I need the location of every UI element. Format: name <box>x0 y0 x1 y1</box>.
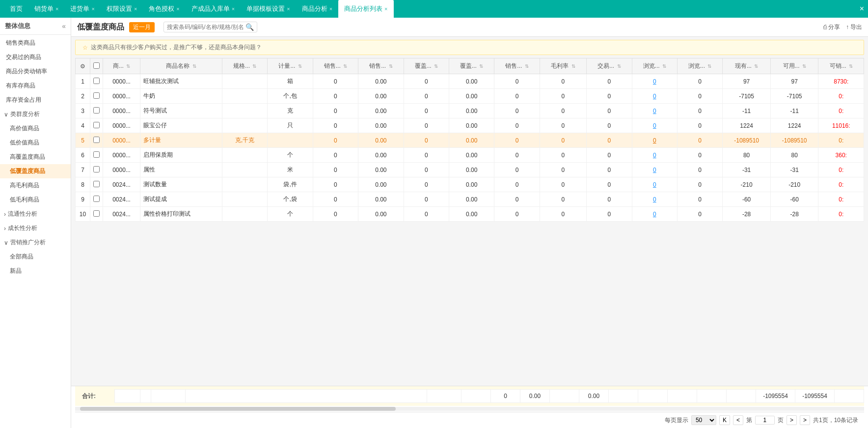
th-sales-amt[interactable]: 销售... ⇅ <box>358 58 404 74</box>
chevron-right-icon: › <box>4 211 6 218</box>
next-page-button[interactable]: > <box>787 415 797 425</box>
page-number-input[interactable] <box>755 416 775 425</box>
sidebar-item-low-coverage[interactable]: 低覆盖度商品 <box>0 164 71 178</box>
window-close-button[interactable]: × <box>860 4 864 13</box>
row-spec <box>222 148 267 163</box>
tab-sales-order[interactable]: 销货单 × <box>28 0 64 18</box>
row-number: 5 <box>76 133 90 148</box>
row-select-checkbox[interactable] <box>93 122 100 128</box>
th-sellable[interactable]: 可销... ⇅ <box>818 58 864 74</box>
th-sales3[interactable]: 销售... ⇅ <box>494 58 540 74</box>
row-browse2: 0 <box>677 192 722 207</box>
row-browse1: 0 <box>632 207 677 222</box>
sidebar-group-liquidity[interactable]: › 流通性分析 <box>0 207 71 221</box>
row-gross-margin: 0 <box>540 148 586 163</box>
row-select-checkbox[interactable] <box>93 196 100 202</box>
sidebar-item-high-margin[interactable]: 高毛利商品 <box>0 178 71 193</box>
row-name: 测试提成 <box>140 192 222 207</box>
row-browse2: 0 <box>677 163 722 177</box>
row-available: 1224 <box>770 118 818 133</box>
sidebar-group-category-analysis[interactable]: ∨ 类群度分析 <box>0 107 71 121</box>
row-trade: 0 <box>587 89 632 104</box>
th-checkbox <box>90 58 103 74</box>
row-select-checkbox[interactable] <box>93 92 100 99</box>
tab-product-analysis-list[interactable]: 商品分析列表 × <box>338 0 393 18</box>
row-browse1: 0 <box>632 192 677 207</box>
sidebar-item-high-value[interactable]: 高价值商品 <box>0 121 71 136</box>
sidebar-collapse-button[interactable]: « <box>62 22 66 30</box>
data-table: ⚙ 商... ⇅ 商品名称 ⇅ 规格... ⇅ 计量... ⇅ 销售... ⇅ … <box>75 58 864 222</box>
th-gross-margin[interactable]: 毛利率 ⇅ <box>540 58 586 74</box>
tab-purchase-order[interactable]: 进货单 × <box>64 0 100 18</box>
row-spec <box>222 192 267 207</box>
table-row: 30000...符号测试克00.0000.0000000-11-110: <box>76 104 864 118</box>
sidebar-item-traded-goods[interactable]: 交易过的商品 <box>0 50 71 64</box>
sidebar-item-all-goods[interactable]: 全部商品 <box>0 250 71 264</box>
th-sales-qty[interactable]: 销售... ⇅ <box>313 58 358 74</box>
row-current-stock: 80 <box>723 148 771 163</box>
row-unit: 个 <box>268 207 313 222</box>
sidebar-item-category-turnover[interactable]: 商品分类动销率 <box>0 64 71 79</box>
row-select-checkbox[interactable] <box>93 181 100 187</box>
sidebar-group-growth[interactable]: › 成长性分析 <box>0 221 71 235</box>
sidebar-item-high-coverage[interactable]: 高覆盖度商品 <box>0 150 71 164</box>
row-number: 3 <box>76 104 90 118</box>
tab-home[interactable]: 首页 <box>4 0 28 18</box>
th-browse2[interactable]: 浏览... ⇅ <box>677 58 722 74</box>
sidebar-item-low-margin[interactable]: 低毛利商品 <box>0 193 71 207</box>
sidebar-item-low-value[interactable]: 低价值商品 <box>0 136 71 150</box>
sidebar-item-sales-goods[interactable]: 销售类商品 <box>0 36 71 50</box>
th-cover2[interactable]: 覆盖... ⇅ <box>449 58 494 74</box>
row-select-checkbox[interactable] <box>93 78 100 84</box>
row-code: 0000... <box>103 148 140 163</box>
tab-permission-settings[interactable]: 权限设置 × <box>101 0 143 18</box>
filter-button[interactable]: 近一月 <box>129 22 155 32</box>
th-current-stock[interactable]: 现有... ⇅ <box>723 58 771 74</box>
tab-product-analysis[interactable]: 商品分析 × <box>296 0 338 18</box>
last-page-button[interactable]: > <box>800 415 810 425</box>
sidebar-item-in-stock[interactable]: 有库存商品 <box>0 79 71 93</box>
search-icon[interactable]: 🔍 <box>245 23 254 31</box>
close-icon[interactable]: × <box>134 0 137 18</box>
th-unit[interactable]: 计量... ⇅ <box>268 58 313 74</box>
share-button[interactable]: ⎙ 分享 <box>823 23 840 31</box>
row-sales-qty: 0 <box>313 133 358 148</box>
row-cover1: 0 <box>404 104 449 118</box>
th-spec[interactable]: 规格... ⇅ <box>222 58 267 74</box>
export-button[interactable]: ↑ 导出 <box>846 23 862 31</box>
row-select-checkbox[interactable] <box>93 210 100 217</box>
close-icon[interactable]: × <box>91 0 94 18</box>
close-icon[interactable]: × <box>287 0 290 18</box>
th-available[interactable]: 可用... ⇅ <box>770 58 818 74</box>
row-select-checkbox[interactable] <box>93 151 100 158</box>
close-icon[interactable]: × <box>176 0 179 18</box>
table-container: ⚙ 商... ⇅ 商品名称 ⇅ 规格... ⇅ 计量... ⇅ 销售... ⇅ … <box>71 58 868 386</box>
row-select-checkbox[interactable] <box>93 166 100 172</box>
tab-product-inbound[interactable]: 产成品入库单 × <box>186 0 241 18</box>
th-browse1[interactable]: 浏览... ⇅ <box>632 58 677 74</box>
tab-role-auth[interactable]: 角色授权 × <box>143 0 185 18</box>
sidebar-item-stock-funds[interactable]: 库存资金占用 <box>0 93 71 107</box>
th-code[interactable]: 商... ⇅ <box>103 58 140 74</box>
total-cover2: 0.00 <box>579 390 609 403</box>
row-trade: 0 <box>587 118 632 133</box>
close-icon[interactable]: × <box>329 0 332 18</box>
th-trade[interactable]: 交易... ⇅ <box>587 58 632 74</box>
close-icon[interactable]: × <box>384 0 387 18</box>
th-name[interactable]: 商品名称 ⇅ <box>140 58 222 74</box>
sidebar-item-new-goods[interactable]: 新品 <box>0 264 71 278</box>
tab-template-settings[interactable]: 单据模板设置 × <box>241 0 296 18</box>
search-input[interactable] <box>167 24 245 30</box>
page-size-select[interactable]: 50 20 100 <box>691 415 716 425</box>
prev-page-button[interactable]: < <box>733 415 743 425</box>
th-cover1[interactable]: 覆盖... ⇅ <box>404 58 449 74</box>
row-cover1: 0 <box>404 74 449 89</box>
th-settings[interactable]: ⚙ <box>76 58 90 74</box>
close-icon[interactable]: × <box>232 0 235 18</box>
select-all-checkbox[interactable] <box>93 62 100 69</box>
row-select-checkbox[interactable] <box>93 107 100 114</box>
first-page-button[interactable]: K <box>719 415 730 425</box>
sidebar-group-marketing[interactable]: ∨ 营销推广分析 <box>0 235 71 250</box>
close-icon[interactable]: × <box>55 0 58 18</box>
row-select-checkbox[interactable] <box>93 137 100 143</box>
